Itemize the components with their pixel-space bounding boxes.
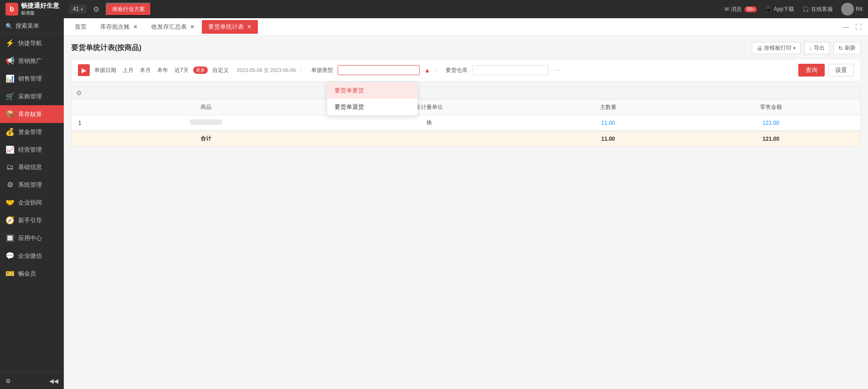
date-more-badge[interactable]: 更多	[193, 67, 208, 74]
td-product	[88, 115, 324, 131]
tab-send-recv-label: 收发存汇总表	[151, 23, 187, 31]
sidebar-item-system[interactable]: ⚙ 系统管理	[0, 176, 64, 194]
tabbar-expand[interactable]: ⛶	[853, 22, 863, 32]
dropdown-item-return[interactable]: 要货单退货	[327, 99, 417, 115]
dropdown-item-order[interactable]: 要货单要货	[327, 82, 417, 99]
sidebar-item-label: 企业协同	[18, 199, 42, 207]
online-service-button[interactable]: 🎧 在线客服	[802, 5, 833, 13]
date-btn-this-month[interactable]: 本月	[138, 66, 153, 75]
marketing-icon: 📢	[5, 56, 15, 65]
tab-send-recv[interactable]: 收发存汇总表 ✕	[145, 20, 201, 34]
export-icon: ↓	[809, 45, 812, 51]
app-sub: 标准版	[21, 10, 59, 16]
column-settings-icon[interactable]: ⚙	[76, 89, 82, 97]
inventory-icon: 📦	[5, 110, 15, 118]
tab-order-stats-label: 要货单统计表	[208, 23, 244, 31]
export-label: 导出	[814, 44, 825, 52]
refresh-button[interactable]: ↻ 刷新	[833, 42, 861, 54]
print-button[interactable]: 🖨 按模板打印 ▾	[752, 42, 801, 54]
finance-icon: 💰	[5, 128, 15, 136]
sidebar-item-label: 经营管理	[18, 146, 42, 154]
logo-name-group: 畅捷通好生意 标准版	[21, 2, 59, 16]
tab-batch-label: 库存批次账	[100, 23, 130, 31]
date-btn-custom[interactable]: 自定义	[211, 66, 231, 75]
sidebar-search[interactable]: 🔍 搜索菜单	[0, 18, 64, 34]
wechat-icon: 💬	[5, 251, 15, 260]
type-dropdown-icon[interactable]: ▲	[424, 67, 431, 74]
td-num: 1	[72, 115, 88, 131]
sidebar-item-purchase[interactable]: 🛒 采购管理	[0, 87, 64, 105]
sidebar-item-business[interactable]: 📈 经营管理	[0, 141, 64, 159]
sidebar-item-label: 基础信息	[18, 163, 42, 171]
td-qty[interactable]: 11.00	[534, 115, 682, 131]
date-filter-label: 单据日期	[94, 67, 116, 74]
print-label: 按模板打印	[764, 44, 791, 52]
cooperation-icon: 🤝	[5, 198, 15, 207]
store-selector[interactable]: 41 ▾	[69, 5, 87, 14]
sidebar: 🔍 搜索菜单 ⚡ 快捷导航 📢 营销推广 📊 销售管理 🛒 采购管理 📦 库存核…	[0, 18, 64, 389]
settings-bottom-icon[interactable]: ⚙	[5, 378, 11, 384]
app-download-button[interactable]: 📱 App下载	[765, 5, 794, 13]
sidebar-item-label: 资金管理	[18, 128, 42, 136]
set-button[interactable]: 设置	[828, 64, 854, 77]
settings-icon[interactable]: ⚙	[93, 5, 99, 14]
purchase-icon: 🛒	[5, 92, 15, 101]
tab-batch[interactable]: 库存批次账 ✕	[94, 20, 144, 34]
app-name: 畅捷通好生意	[21, 2, 59, 10]
user-name: Rit	[856, 6, 863, 12]
filter-expand-button[interactable]: ▶	[78, 64, 90, 76]
refresh-label: 刷新	[845, 44, 856, 52]
type-filter-input[interactable]	[338, 65, 420, 75]
user-menu[interactable]: Rit	[841, 3, 863, 15]
sidebar-item-inventory[interactable]: 📦 库存核算	[0, 105, 64, 123]
tab-order-stats[interactable]: 要货单统计表 ✕	[202, 20, 258, 34]
apps-icon: 🔲	[5, 234, 15, 242]
tab-batch-close[interactable]: ✕	[133, 24, 138, 30]
service-label: 在线客服	[811, 5, 833, 13]
warehouse-filter-input[interactable]	[472, 65, 549, 75]
table-toolbar: ⚙	[72, 87, 860, 100]
guide-icon: 🧭	[5, 216, 15, 225]
sidebar-item-apps[interactable]: 🔲 应用中心	[0, 229, 64, 247]
sidebar-item-members[interactable]: 🎫 畅会员	[0, 265, 64, 282]
business-icon: 📈	[5, 145, 15, 154]
base-icon: 🗂	[5, 163, 15, 171]
sidebar-item-sales[interactable]: 📊 销售管理	[0, 70, 64, 87]
sidebar-item-label: 营销推广	[18, 57, 42, 65]
main-table: 商品 主计量单位 主数量 零售金额 1 块	[72, 100, 860, 146]
date-btn-last-month[interactable]: 上月	[121, 66, 135, 75]
topbar: b 畅捷通好生意 标准版 41 ▾ ⚙ 体验行业方案 ✉ 消息 99+ 📱 Ap…	[0, 0, 868, 18]
tab-home[interactable]: 首页	[68, 20, 93, 34]
messages-button[interactable]: ✉ 消息 99+	[724, 5, 757, 13]
total-label: 合计	[88, 131, 324, 146]
filter-more-dots[interactable]: ···	[555, 66, 561, 74]
sidebar-item-finance[interactable]: 💰 资金管理	[0, 123, 64, 141]
warehouse-filter-label: 要货仓库	[446, 67, 467, 74]
messages-label: 消息	[731, 5, 742, 13]
search-icon: 🔍	[5, 23, 13, 30]
query-button[interactable]: 查询	[798, 64, 825, 77]
tab-send-recv-close[interactable]: ✕	[190, 24, 195, 30]
export-button[interactable]: ↓ 导出	[804, 42, 830, 54]
tabbar-minimize[interactable]: —	[841, 22, 851, 32]
sidebar-item-base[interactable]: 🗂 基础信息	[0, 159, 64, 176]
store-arrow-icon: ▾	[81, 7, 83, 12]
type-dropdown: 要货单要货 要货单退货	[327, 82, 418, 116]
trial-button[interactable]: 体验行业方案	[106, 3, 151, 16]
sidebar-item-wechat[interactable]: 💬 企业微信	[0, 247, 64, 265]
sidebar-item-label: 快捷导航	[18, 39, 42, 47]
date-btn-7days[interactable]: 近7天	[173, 66, 190, 75]
tab-order-stats-close[interactable]: ✕	[247, 24, 252, 30]
sidebar-item-quick-nav[interactable]: ⚡ 快捷导航	[0, 34, 64, 52]
page: 要货单统计表(按商品) 🖨 按模板打印 ▾ ↓ 导出 ↻ 刷新	[64, 36, 868, 389]
message-icon: ✉	[724, 6, 729, 12]
sidebar-item-cooperation[interactable]: 🤝 企业协同	[0, 194, 64, 211]
total-amount: 121.00	[682, 131, 860, 146]
sidebar-item-guide[interactable]: 🧭 新手引导	[0, 211, 64, 229]
sidebar-item-marketing[interactable]: 📢 营销推广	[0, 52, 64, 70]
main-content: 首页 库存批次账 ✕ 收发存汇总表 ✕ 要货单统计表 ✕ — ⛶ 要货单统计表(…	[64, 18, 868, 389]
filter-separator-2: |	[435, 67, 437, 74]
collapse-icon[interactable]: ◀◀	[49, 378, 58, 384]
td-amount[interactable]: 121.00	[682, 115, 860, 131]
date-btn-this-year[interactable]: 本年	[155, 66, 170, 75]
